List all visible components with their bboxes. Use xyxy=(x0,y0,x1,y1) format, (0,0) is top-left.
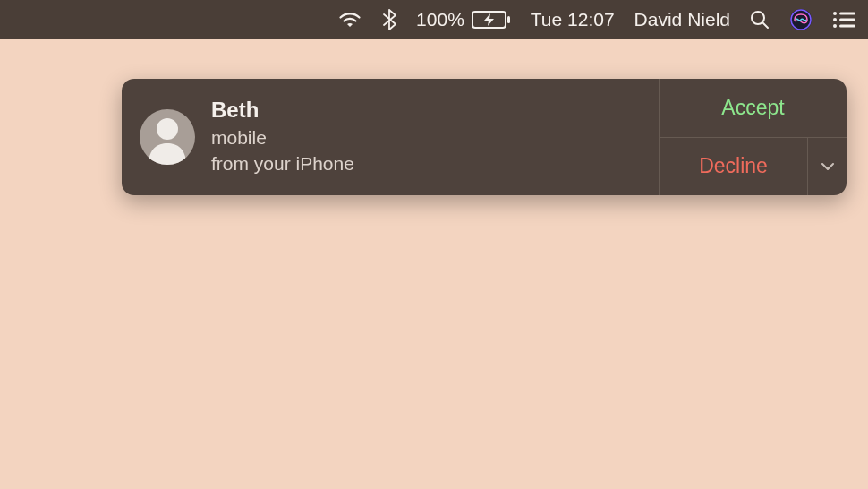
accept-button[interactable]: Accept xyxy=(660,79,847,138)
search-icon xyxy=(750,10,770,30)
list-icon xyxy=(832,11,855,29)
svg-point-10 xyxy=(833,24,837,28)
wifi-status[interactable] xyxy=(337,0,362,39)
decline-options-button[interactable] xyxy=(807,138,847,196)
svg-rect-11 xyxy=(839,25,855,28)
person-silhouette-icon xyxy=(140,109,195,165)
menubar: 100% Tue 12:07 David Nield xyxy=(0,0,868,39)
svg-rect-9 xyxy=(839,19,855,21)
caller-name: Beth xyxy=(211,98,354,124)
datetime[interactable]: Tue 12:07 xyxy=(531,0,615,39)
svg-point-12 xyxy=(157,118,178,140)
svg-point-6 xyxy=(833,12,837,15)
battery-status[interactable]: 100% xyxy=(416,0,511,39)
siri[interactable] xyxy=(789,0,813,39)
call-type: mobile xyxy=(211,125,354,150)
battery-charging-icon xyxy=(472,10,511,30)
username[interactable]: David Nield xyxy=(634,0,730,39)
siri-icon xyxy=(789,8,813,31)
svg-line-3 xyxy=(762,22,768,28)
svg-rect-7 xyxy=(839,13,855,15)
spotlight-search[interactable] xyxy=(750,0,770,39)
svg-rect-1 xyxy=(507,16,510,23)
notification-center[interactable] xyxy=(832,0,855,39)
wifi-icon xyxy=(337,11,362,29)
battery-percent-label: 100% xyxy=(416,9,464,30)
incoming-call-notification: Beth mobile from your iPhone Accept Decl… xyxy=(122,79,847,195)
decline-button[interactable]: Decline xyxy=(660,138,807,196)
chevron-down-icon xyxy=(821,163,834,170)
notification-actions: Accept Decline xyxy=(659,79,847,195)
bluetooth-icon xyxy=(382,8,396,31)
bluetooth-status[interactable] xyxy=(382,0,396,39)
notification-info: Beth mobile from your iPhone xyxy=(122,79,659,195)
svg-point-8 xyxy=(833,18,837,21)
caller-avatar xyxy=(140,109,195,165)
call-source: from your iPhone xyxy=(211,151,354,176)
